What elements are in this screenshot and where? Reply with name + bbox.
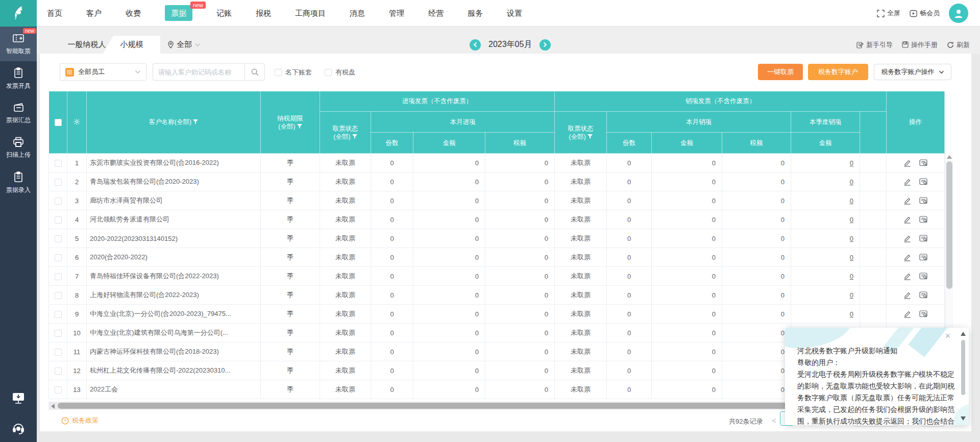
header-out-ticket-status[interactable]: 取票状态(全部) bbox=[555, 112, 607, 154]
edit-icon[interactable] bbox=[903, 291, 911, 299]
row-checkbox[interactable] bbox=[55, 198, 62, 205]
view-bill-icon[interactable] bbox=[919, 178, 928, 186]
one-click-fetch-button[interactable]: 一键取票 bbox=[758, 64, 803, 80]
tax-policy-link[interactable]: 税务政策 bbox=[61, 416, 99, 425]
view-bill-icon[interactable] bbox=[919, 159, 928, 167]
select-all-checkbox[interactable] bbox=[55, 119, 62, 126]
quarter-amount-link[interactable]: 0 bbox=[850, 159, 853, 167]
view-bill-icon[interactable] bbox=[919, 254, 928, 261]
edit-icon[interactable] bbox=[903, 197, 911, 205]
customer-name[interactable]: 内蒙古神运环保科技有限公司(合2018-2023) bbox=[87, 342, 261, 361]
app-logo[interactable] bbox=[0, 0, 37, 27]
customer-name[interactable]: 青岛特福佳环保设备有限公司(合2022-2023) bbox=[87, 267, 261, 286]
top-nav-item[interactable]: 服务 bbox=[468, 9, 483, 18]
row-checkbox[interactable] bbox=[55, 386, 62, 394]
customer-name[interactable]: 河北领航劳务派遣有限公司 bbox=[87, 210, 261, 229]
manual-link[interactable]: 操作手册 bbox=[902, 40, 938, 50]
vertical-scroll-thumb[interactable] bbox=[946, 161, 952, 289]
header-in-ticket-status[interactable]: 取票状态(全部) bbox=[320, 112, 371, 154]
customer-name[interactable]: 上海好轲物流有限公司(合2022-2023) bbox=[87, 286, 261, 305]
row-checkbox[interactable] bbox=[55, 292, 62, 299]
gear-icon[interactable] bbox=[73, 118, 81, 126]
customer-name[interactable]: 东莞市鹏玻实业投资有限公司(合2016-2022) bbox=[87, 154, 261, 173]
scope-selector[interactable]: 全部 bbox=[167, 36, 201, 54]
customer-name[interactable]: 2022工会 bbox=[87, 380, 261, 399]
customer-name[interactable]: 中海立业(北京)建筑有限公司乌海第一分公司(... bbox=[87, 324, 261, 342]
top-nav-item[interactable]: 收费 bbox=[126, 9, 141, 18]
row-checkbox[interactable] bbox=[55, 330, 62, 337]
sidebar-item[interactable]: 票据汇总 bbox=[0, 96, 37, 131]
edit-icon[interactable] bbox=[903, 159, 911, 167]
scroll-left-arrow[interactable] bbox=[51, 404, 55, 409]
row-checkbox[interactable] bbox=[55, 254, 62, 261]
top-nav-item[interactable]: 记账 bbox=[216, 9, 232, 18]
sidebar-item[interactable]: new 智能取票 bbox=[0, 27, 37, 61]
header-tax-period[interactable]: 纳税期限(全部) bbox=[261, 91, 320, 154]
customer-name[interactable]: 青岛瑞发包装有限公司(合2020-2023) bbox=[87, 173, 261, 191]
pagination-prev[interactable]: < bbox=[772, 416, 776, 425]
refresh-link[interactable]: 刷新 bbox=[947, 40, 970, 50]
prev-month-button[interactable] bbox=[470, 39, 481, 51]
own-accounts-checkbox[interactable]: 名下账套 bbox=[275, 68, 312, 77]
edit-icon[interactable] bbox=[903, 254, 911, 261]
guide-link[interactable]: 新手引导 bbox=[856, 40, 893, 50]
row-checkbox[interactable] bbox=[55, 367, 62, 375]
popup-scrollbar[interactable] bbox=[960, 331, 967, 423]
customer-name[interactable]: 中海立业(北京)一分公司(合2020-2023)_79475... bbox=[87, 305, 261, 324]
quarter-amount-link[interactable]: 0 bbox=[850, 254, 853, 261]
fullscreen-button[interactable]: 全屏 bbox=[877, 9, 900, 18]
view-bill-icon[interactable] bbox=[919, 235, 928, 242]
search-button[interactable] bbox=[244, 63, 265, 81]
view-bill-icon[interactable] bbox=[919, 216, 928, 224]
view-bill-icon[interactable] bbox=[919, 291, 928, 299]
filter-funnel-icon[interactable] bbox=[587, 134, 593, 139]
top-nav-item[interactable]: 经营 bbox=[428, 9, 444, 18]
row-checkbox[interactable] bbox=[55, 179, 62, 186]
next-month-button[interactable] bbox=[540, 39, 551, 51]
quarter-amount-link[interactable]: 0 bbox=[850, 197, 853, 205]
edit-icon[interactable] bbox=[903, 178, 911, 186]
customer-name[interactable]: 2020(合2020-2022) bbox=[87, 248, 261, 267]
view-bill-icon[interactable] bbox=[919, 273, 928, 280]
view-bill-icon[interactable] bbox=[919, 310, 928, 318]
employee-select[interactable]: 组 全部员工 bbox=[60, 63, 146, 81]
quarter-amount-link[interactable]: 0 bbox=[850, 273, 853, 280]
top-nav-item[interactable]: 报税 bbox=[256, 9, 271, 18]
top-nav-item[interactable]: 工商项目 bbox=[295, 9, 326, 18]
header-customer-name[interactable]: 客户名称(全部) bbox=[87, 91, 261, 154]
scroll-down-arrow[interactable] bbox=[961, 416, 966, 421]
quarter-amount-link[interactable]: 0 bbox=[850, 235, 853, 242]
quarter-amount-link[interactable]: 0 bbox=[850, 216, 853, 224]
quarter-amount-link[interactable]: 0 bbox=[850, 310, 853, 318]
customer-name[interactable]: 2020-2022(20230313140152) bbox=[87, 229, 261, 248]
row-checkbox[interactable] bbox=[55, 160, 62, 167]
popup-scroll-thumb[interactable] bbox=[961, 340, 965, 395]
tax-digital-account-button[interactable]: 税务数字账户 bbox=[808, 64, 868, 80]
edit-icon[interactable] bbox=[903, 273, 911, 280]
edit-icon[interactable] bbox=[903, 235, 911, 242]
filter-funnel-icon[interactable] bbox=[193, 119, 198, 125]
view-bill-icon[interactable] bbox=[919, 197, 928, 205]
customer-name[interactable]: 杭州杠上花文化传播有限公司-2022(20230310... bbox=[87, 361, 261, 380]
scroll-up-arrow[interactable] bbox=[947, 155, 952, 159]
close-icon[interactable]: × bbox=[945, 331, 950, 341]
sidebar-item[interactable]: 票据录入 bbox=[0, 165, 37, 200]
edit-icon[interactable] bbox=[903, 310, 911, 318]
quarter-amount-link[interactable]: 0 bbox=[850, 291, 853, 299]
user-avatar[interactable] bbox=[949, 4, 968, 23]
row-checkbox[interactable] bbox=[55, 235, 62, 242]
search-input[interactable] bbox=[153, 63, 244, 81]
top-nav-item[interactable]: 首页 bbox=[47, 9, 62, 18]
monitor-download-icon[interactable] bbox=[12, 392, 25, 404]
tax-digital-ops-dropdown[interactable]: 税务数字账户操作 bbox=[874, 64, 951, 80]
row-checkbox[interactable] bbox=[55, 216, 62, 224]
filter-funnel-icon[interactable] bbox=[352, 134, 357, 139]
filter-funnel-icon[interactable] bbox=[297, 124, 302, 129]
top-nav-item[interactable]: 客户 bbox=[86, 9, 102, 18]
row-checkbox[interactable] bbox=[55, 349, 62, 356]
horizontal-scroll-thumb[interactable] bbox=[58, 403, 789, 409]
quarter-amount-link[interactable]: 0 bbox=[850, 178, 853, 186]
top-nav-item[interactable]: 设置 bbox=[507, 9, 522, 18]
sidebar-item[interactable]: 发票开具 bbox=[0, 61, 37, 96]
sidebar-item[interactable]: 扫描上传 bbox=[0, 131, 37, 165]
